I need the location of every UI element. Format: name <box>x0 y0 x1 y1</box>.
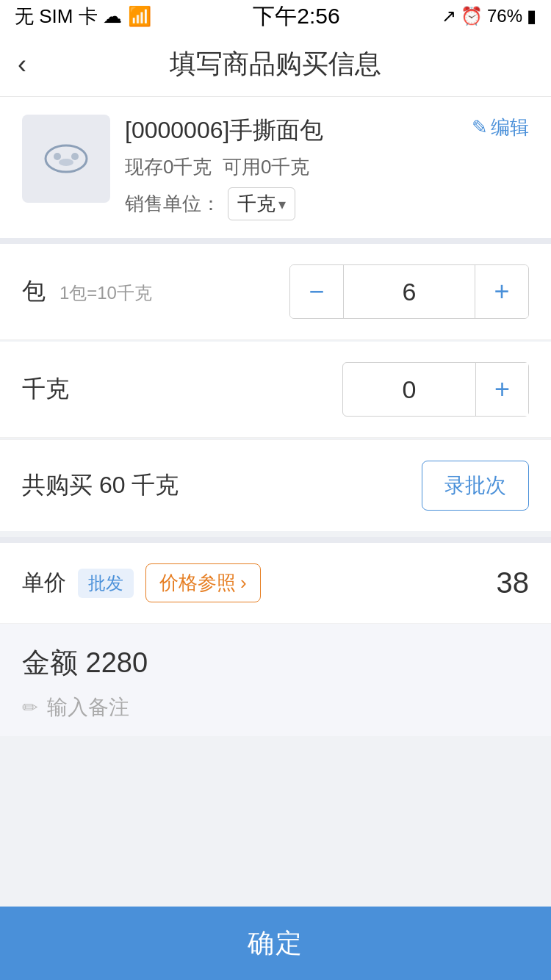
pack-qty-input[interactable] <box>343 265 475 318</box>
alarm-icon: ⏰ <box>461 6 483 26</box>
edit-icon: ✎ <box>472 116 488 139</box>
kg-label: 千克 <box>22 373 342 406</box>
kg-qty-control: + <box>342 362 529 417</box>
product-card: [0000006]手撕面包 现存0千克 可用0千克 销售单位： 千克 ▾ ✎ 编… <box>0 97 551 244</box>
status-time: 下午2:56 <box>253 1 339 32</box>
kg-qty-input[interactable] <box>343 363 475 416</box>
wifi-icon: 📶 <box>128 5 151 28</box>
pack-qty-section: 包 1包=10千克 − + <box>0 244 551 340</box>
price-section: 单价 批发 价格参照 › 38 <box>0 543 551 624</box>
pack-minus-button[interactable]: − <box>290 265 343 318</box>
note-icon: ✏ <box>22 696 38 719</box>
back-button[interactable]: ‹ <box>18 49 26 80</box>
amount-row: 金额 2280 <box>22 644 529 682</box>
svg-point-3 <box>59 159 73 166</box>
svg-point-2 <box>71 153 79 160</box>
product-thumbnail <box>22 115 110 203</box>
kg-plus-button[interactable]: + <box>475 363 528 416</box>
page-title: 填写商品购买信息 <box>170 46 381 82</box>
unit-selector[interactable]: 千克 ▾ <box>228 187 295 220</box>
edit-button[interactable]: ✎ 编辑 <box>472 115 529 140</box>
confirm-button[interactable]: 确定 <box>0 907 551 980</box>
kg-qty-section: 千克 + <box>0 342 551 438</box>
svg-point-1 <box>54 153 61 160</box>
summary-text: 共购买 60 千克 <box>22 469 179 502</box>
pack-qty-control: − + <box>289 264 529 319</box>
amount-section: 金额 2280 ✏ 输入备注 <box>0 624 551 736</box>
price-reference-button[interactable]: 价格参照 › <box>145 563 261 602</box>
content-spacer <box>0 736 551 907</box>
product-stock: 现存0千克 可用0千克 <box>125 154 457 180</box>
sim-label: 无 SIM 卡 ☁ <box>15 4 122 29</box>
price-ref-arrow-icon: › <box>240 572 247 594</box>
unit-dropdown-icon: ▾ <box>278 195 286 213</box>
pack-qty-row: 包 1包=10千克 − + <box>0 244 551 340</box>
note-row[interactable]: ✏ 输入备注 <box>22 693 529 721</box>
nav-bar: ‹ 填写商品购买信息 <box>0 32 551 97</box>
note-placeholder: 输入备注 <box>47 693 129 721</box>
status-right: ↗ ⏰ 76% ▮ <box>442 6 536 26</box>
location-icon: ↗ <box>442 6 456 26</box>
pack-label: 包 1包=10千克 <box>22 275 289 308</box>
pack-plus-button[interactable]: + <box>475 265 528 318</box>
pack-hint: 1包=10千克 <box>60 283 152 303</box>
product-info: [0000006]手撕面包 现存0千克 可用0千克 销售单位： 千克 ▾ <box>125 115 457 220</box>
batch-record-button[interactable]: 录批次 <box>422 461 529 511</box>
product-unit-row: 销售单位： 千克 ▾ <box>125 187 457 220</box>
status-bar: 无 SIM 卡 ☁ 📶 下午2:56 ↗ ⏰ 76% ▮ <box>0 0 551 32</box>
status-left: 无 SIM 卡 ☁ 📶 <box>15 4 151 29</box>
price-label: 单价 <box>22 568 66 598</box>
price-value: 38 <box>497 566 530 599</box>
summary-row: 共购买 60 千克 录批次 <box>0 439 551 531</box>
product-name: [0000006]手撕面包 <box>125 115 457 147</box>
kg-qty-row: 千克 + <box>0 342 551 438</box>
price-badge: 批发 <box>78 569 134 598</box>
battery-label: 76% <box>487 6 522 26</box>
separator-1 <box>0 537 551 543</box>
battery-icon: ▮ <box>527 6 536 26</box>
